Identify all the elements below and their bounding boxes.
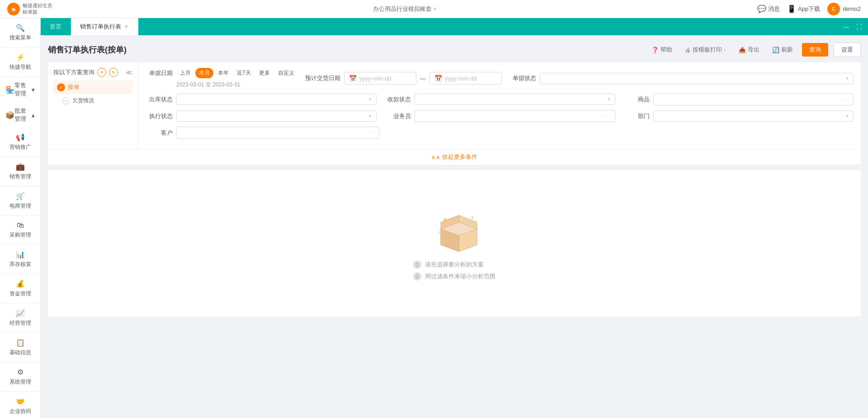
export-button[interactable]: 📤 导出 [735,44,763,56]
sidebar-item-wholesale[interactable]: 📦 批发管理 ▴ [0,102,40,128]
sidebar-item-basic[interactable]: 📋 基础信息 [0,333,40,362]
date-tab-7days[interactable]: 近7天 [233,68,255,78]
search-icon: 🔍 [16,24,25,32]
filter-item-product: 商品 ··· [623,93,854,105]
salesperson-more-icon: ··· [603,113,610,119]
header-right: 💬 消息 📱 App下载 E demo2 [757,3,861,15]
payment-status-arrow-icon: ▾ [608,96,610,102]
department-arrow-icon: ▾ [846,113,849,119]
enterprise-icon: 🤝 [16,397,25,406]
scheme-item-欠货情况[interactable]: ○ 欠货情况 [53,94,132,107]
chevron-up-icon: ▴ [32,112,35,119]
tab-sales-order[interactable]: 销售订单执行表 × [71,18,138,35]
scheme-header-label: 按以下方案查询 [53,68,94,76]
department-select[interactable]: ▾ [653,110,854,122]
maximize-icon: ⛶ [856,24,862,30]
minimize-tab-button[interactable]: — [841,21,852,32]
sidebar-item-finance[interactable]: 💰 资金管理 [0,274,40,304]
sidebar-item-inventory[interactable]: 📊 库存核算 [0,245,40,274]
sidebar-item-label: 零售管理 [14,81,32,98]
product-control: ··· [653,93,854,105]
product-select[interactable]: ··· [653,93,854,105]
add-scheme-button[interactable]: + [97,68,106,77]
sidebar-item-label: 电商管理 [9,202,31,210]
maximize-tab-button[interactable]: ⛶ [854,21,864,32]
expected-delivery-end[interactable]: 📅 yyyy-mm-dd [429,72,502,85]
filter-item-delivery-status: 出库状态 ▾ [146,94,377,105]
sidebar-item-marketing[interactable]: 📢 营销推广 [0,128,40,157]
collapse-conditions-button[interactable]: ∧∧ 收起更多条件 [431,153,477,161]
app-download-action[interactable]: 📱 App下载 [787,5,820,13]
sidebar-item-operations[interactable]: 📈 经营管理 [0,304,40,333]
sidebar-item-ecommerce[interactable]: 🛒 电商管理 [0,186,40,216]
system-icon: ⚙ [17,368,24,376]
user-area[interactable]: E demo2 [827,3,861,15]
nav-tabs: 首页 销售订单执行表 × — ⛶ [41,18,868,35]
order-status-label: 单据状态 [509,74,536,82]
payment-status-label: 收款状态 [384,95,411,104]
logo-text: 畅捷通好生意 标准版 [23,3,52,14]
message-action[interactable]: 💬 消息 [757,5,780,13]
sales-icon: 💼 [16,162,25,171]
collapse-scheme-button[interactable]: ≪ [126,69,132,76]
date-tab-current-year[interactable]: 本年 [214,68,232,78]
logo-area: 畅 畅捷通好生意 标准版 [7,3,52,15]
svg-point-9 [471,216,474,219]
tab-close-icon[interactable]: × [124,23,129,30]
filter-item-exec-status: 执行状态 ▾ [146,110,377,122]
chevron-down-icon: ▾ [32,86,35,93]
delivery-status-select[interactable]: ▾ [176,94,377,105]
expected-delivery-start[interactable]: 📅 yyyy-mm-dd [344,72,416,85]
date-tab-more[interactable]: 更多 [255,68,274,78]
inventory-icon: 📊 [16,250,25,259]
scheme-item-按单[interactable]: ✓ 按单 [53,81,132,94]
date-tab-current-month[interactable]: 本月 [195,68,213,78]
product-more-icon: ··· [841,96,849,103]
sidebar-item-label: 快捷导航 [9,63,31,71]
sidebar-item-label: 采购管理 [9,231,31,239]
sidebar-item-retail[interactable]: 🏪 零售管理 ▾ [0,77,40,102]
nav-tabs-actions: — ⛶ [841,18,868,35]
date-tab-last-month[interactable]: 上月 [176,68,194,78]
filter-item-expected-delivery: 预计交货日期 📅 yyyy-mm-dd — 📅 [305,72,502,85]
industry-arrow-icon[interactable]: ▾ [434,5,437,12]
sidebar-item-label: 经营管理 [9,319,31,327]
settings-button[interactable]: 设置 [834,43,861,57]
sidebar-item-label: 搜索菜单 [9,34,31,42]
payment-status-select[interactable]: ▾ [415,94,615,105]
step-2-text: 用过滤条件来缩小分析范围 [425,272,495,280]
basic-icon: 📋 [16,338,25,347]
logo-icon: 畅 [7,3,20,15]
minimize-icon: — [844,24,849,30]
filter-scheme-panel: 按以下方案查询 + ✎ ≪ ✓ 按单 ○ 欠货情况 [48,62,138,149]
sidebar-item-search[interactable]: 🔍 搜索菜单 [0,18,40,48]
sidebar-item-quick-nav[interactable]: ⚡ 快捷导航 [0,48,40,77]
tab-home[interactable]: 首页 [41,18,71,35]
customer-select[interactable]: ··· [176,127,379,139]
collapse-arrow-icon: ∧∧ [431,154,440,161]
scheme-sub-item-label: 欠货情况 [72,97,94,104]
sidebar-item-sales[interactable]: 💼 销售管理 [0,157,40,186]
refresh-button[interactable]: 🔄 刷新 [769,44,797,56]
exec-status-select[interactable]: ▾ [176,110,377,122]
print-button[interactable]: 🖨 按模板打印 ▾ [681,44,730,56]
department-control: ▾ [653,110,854,122]
home-tab-label: 首页 [50,23,61,31]
sidebar-item-enterprise[interactable]: 🤝 企业协同 [0,392,40,418]
wholesale-icon: 📦 [5,111,14,119]
date-tab-custom[interactable]: 自定义 [274,68,298,78]
sidebar-item-system[interactable]: ⚙ 系统管理 [0,362,40,392]
edit-scheme-button[interactable]: ✎ [109,68,118,77]
department-label: 部门 [623,112,650,120]
avatar: E [827,3,840,15]
salesperson-select[interactable]: ··· [415,110,615,122]
help-button[interactable]: ❓ 帮助 [648,44,676,56]
order-status-select[interactable]: ▾ [540,73,854,84]
filter-form: 单据日期 上月 本月 本年 近7天 更多 自定义 [138,62,861,149]
sidebar-item-purchase[interactable]: 🛍 采购管理 [0,216,40,245]
message-label: 消息 [768,5,780,13]
query-button[interactable]: 查询 [802,43,828,57]
header-center[interactable]: 办公用品行业模拟账套 ▾ [373,5,437,13]
print-arrow-icon: ▾ [724,48,726,52]
industry-label: 办公用品行业模拟账套 [373,5,432,13]
